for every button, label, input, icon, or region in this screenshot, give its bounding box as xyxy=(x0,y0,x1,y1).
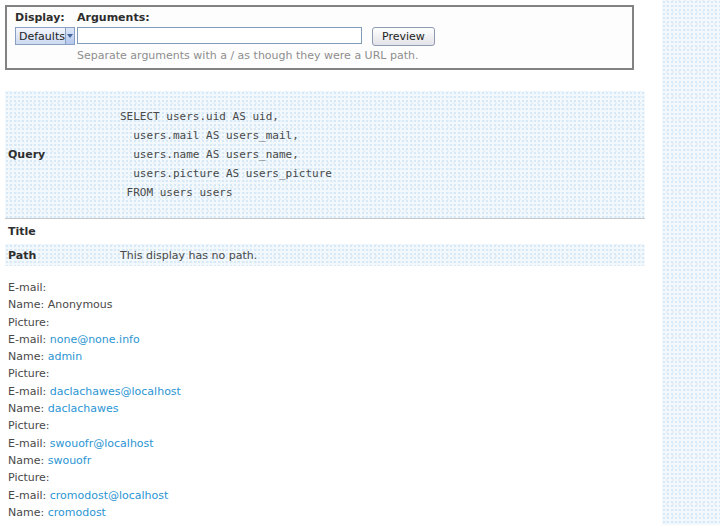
name-label: Name: xyxy=(8,506,44,519)
path-label: Path xyxy=(5,249,120,262)
email-line: E-mail: xyxy=(8,279,645,296)
name-line: Name: swouofr xyxy=(8,452,645,469)
email-line: E-mail: swouofr@localhost xyxy=(8,435,645,452)
name-link[interactable]: daclachawes xyxy=(48,402,119,415)
path-value: This display has no path. xyxy=(120,249,645,262)
user-record: E-mail: daclachawes@localhost Name: dacl… xyxy=(8,383,645,435)
main-content: Display: Defaults Arguments: Preview Sep… xyxy=(5,0,645,525)
picture-label: Picture: xyxy=(8,367,50,380)
chevron-down-icon xyxy=(65,28,74,44)
email-line: E-mail: cromodost@localhost xyxy=(8,487,645,504)
display-select-value: Defaults xyxy=(16,30,65,43)
name-label: Name: xyxy=(8,350,44,363)
name-label: Name: xyxy=(8,454,44,467)
title-row: Title xyxy=(5,218,645,244)
preview-button[interactable]: Preview xyxy=(372,27,435,46)
email-label: E-mail: xyxy=(8,281,46,294)
arguments-input[interactable] xyxy=(77,27,362,44)
picture-label: Picture: xyxy=(8,471,50,484)
email-label: E-mail: xyxy=(8,333,46,346)
email-label: E-mail: xyxy=(8,489,46,502)
name-line: Name: Anonymous xyxy=(8,296,645,313)
query-label: Query xyxy=(5,148,120,161)
name-label: Name: xyxy=(8,298,44,311)
picture-line: Picture: xyxy=(8,365,645,382)
path-row: Path This display has no path. xyxy=(5,244,645,266)
query-section: Query SELECT users.uid AS uid, users.mai… xyxy=(5,91,645,218)
title-label: Title xyxy=(5,225,120,238)
picture-line: Picture: xyxy=(8,521,645,525)
email-link[interactable]: swouofr@localhost xyxy=(50,437,154,450)
name-line: Name: daclachawes xyxy=(8,400,645,417)
display-label: Display: xyxy=(15,12,77,24)
email-label: E-mail: xyxy=(8,385,46,398)
arguments-row: Preview xyxy=(77,27,624,46)
name-link[interactable]: cromodost xyxy=(48,506,106,519)
picture-line: Picture: xyxy=(8,469,645,486)
user-record: E-mail: Name: Anonymous Picture: xyxy=(8,279,645,331)
email-line: E-mail: daclachawes@localhost xyxy=(8,383,645,400)
email-line: E-mail: none@none.info xyxy=(8,331,645,348)
query-sql: SELECT users.uid AS uid, users.mail AS u… xyxy=(120,93,645,216)
name-label: Name: xyxy=(8,402,44,415)
picture-line: Picture: xyxy=(8,417,645,434)
preview-form: Display: Defaults Arguments: Preview Sep… xyxy=(5,5,634,70)
name-line: Name: cromodost xyxy=(8,504,645,521)
arguments-column: Arguments: Preview Separate arguments wi… xyxy=(77,12,624,62)
picture-label: Picture: xyxy=(8,316,50,329)
name-value: Anonymous xyxy=(48,298,113,311)
name-line: Name: admin xyxy=(8,348,645,365)
picture-line: Picture: xyxy=(8,314,645,331)
page-background-band xyxy=(662,0,720,525)
name-link[interactable]: admin xyxy=(48,350,82,363)
arguments-help-text: Separate arguments with a / as though th… xyxy=(77,50,624,62)
views-preview-page: { "form": { "display_label": "Display:",… xyxy=(0,0,720,525)
user-record: E-mail: none@none.info Name: admin Pictu… xyxy=(8,331,645,383)
name-link[interactable]: swouofr xyxy=(48,454,92,467)
picture-label: Picture: xyxy=(8,419,50,432)
arguments-label: Arguments: xyxy=(77,12,624,24)
preview-results: E-mail: Name: Anonymous Picture: E-mail:… xyxy=(5,279,645,525)
display-select[interactable]: Defaults xyxy=(15,27,75,45)
email-label: E-mail: xyxy=(8,437,46,450)
email-link[interactable]: cromodost@localhost xyxy=(50,489,169,502)
email-link[interactable]: none@none.info xyxy=(50,333,140,346)
display-column: Display: Defaults xyxy=(15,12,77,62)
email-link[interactable]: daclachawes@localhost xyxy=(50,385,181,398)
user-record: E-mail: swouofr@localhost Name: swouofr … xyxy=(8,435,645,487)
user-record: E-mail: cromodost@localhost Name: cromod… xyxy=(8,487,645,525)
